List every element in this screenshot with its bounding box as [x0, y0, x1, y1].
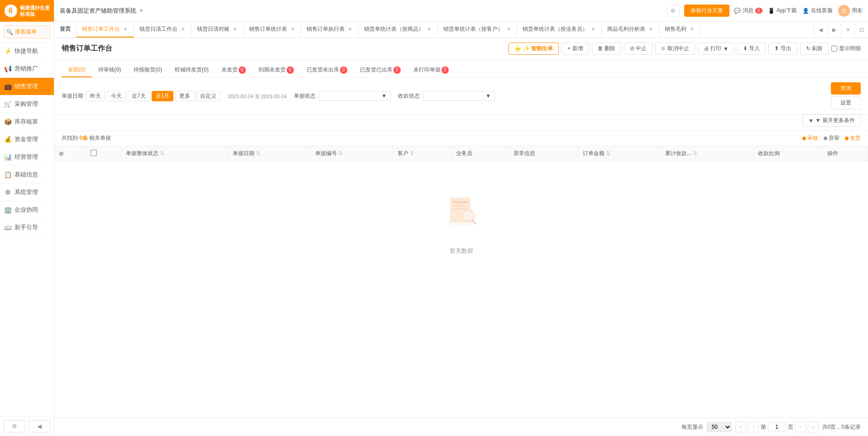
- sidebar-item-system[interactable]: ⚙系统管理: [0, 184, 54, 201]
- export-button[interactable]: ⬆ 导出: [768, 43, 797, 55]
- tab-sales-order[interactable]: 销售订单工作台✕: [77, 22, 134, 38]
- tab-sales-stat-staff[interactable]: 销货单统计表（按业务员）✕: [517, 22, 602, 38]
- first-page-button[interactable]: «: [735, 422, 746, 432]
- sidebar-item-purchase[interactable]: 🛒采购管理: [0, 95, 54, 113]
- message-button[interactable]: 💬 消息 6: [734, 7, 762, 14]
- solution-button[interactable]: 体验行业方案: [684, 5, 729, 17]
- prev-page-button[interactable]: ‹: [748, 422, 759, 432]
- sidebar-item-operations[interactable]: 📊经营管理: [0, 148, 54, 166]
- tab-close-all[interactable]: ✕: [841, 22, 854, 38]
- sidebar-item-guide[interactable]: 📖新手引导: [0, 219, 54, 237]
- setting-button[interactable]: 设置: [831, 96, 861, 109]
- star-icon: ⭐: [514, 46, 521, 52]
- th-operation: 操作: [822, 146, 868, 161]
- tab-product-margin[interactable]: 商品毛利分析表✕: [602, 22, 659, 38]
- date-btn-今天[interactable]: 今天: [107, 91, 126, 101]
- filter-tab-all[interactable]: 全部(0): [62, 63, 92, 77]
- tab-cash-check[interactable]: 钱货日清对账✕: [192, 22, 244, 38]
- sort-icon-amount: ⇅: [606, 150, 610, 156]
- status-select[interactable]: ▼: [318, 91, 391, 101]
- tab-scroll-right[interactable]: ▶: [827, 22, 841, 38]
- filter-tab-pending[interactable]: 待审核(0): [92, 63, 128, 77]
- empty-text: 暂无数据: [450, 247, 473, 255]
- tab-close-sales-more[interactable]: ✕: [689, 26, 695, 32]
- filter-tab-shipped-out[interactable]: 已发货已出库0: [354, 63, 407, 77]
- filter-tab-wangpu[interactable]: 旺铺待发货(0): [168, 63, 215, 77]
- filter-tab-expired-not-shipped[interactable]: 到期未发货0: [252, 63, 300, 77]
- tab-close-product-margin[interactable]: ✕: [648, 26, 653, 32]
- filter-tab-not-shipped[interactable]: 未发货0: [215, 63, 252, 77]
- sidebar-item-quick-nav[interactable]: ⚡快捷导航: [0, 43, 54, 60]
- settings-bottom-button[interactable]: ⚙: [4, 420, 25, 432]
- date-btn-更多[interactable]: 更多: [175, 91, 194, 101]
- tab-close-cash-daily[interactable]: ✕: [180, 26, 186, 32]
- stop-button[interactable]: ⊘ 中止: [624, 43, 652, 55]
- column-settings-icon[interactable]: ⚙: [59, 151, 64, 157]
- smart-order-button[interactable]: ⭐ ✨ 智能生单: [508, 43, 559, 55]
- filter-tab-label-pending: 待审核: [98, 66, 115, 73]
- payment-select[interactable]: ▼: [422, 91, 495, 101]
- last-page-button[interactable]: »: [808, 422, 819, 432]
- tab-sales-stat[interactable]: 销售订单统计表✕: [244, 22, 301, 38]
- date-btn-昨天[interactable]: 昨天: [86, 91, 105, 101]
- th-amount[interactable]: 订单金额⇅: [578, 146, 660, 161]
- collapse-button[interactable]: ◀: [29, 420, 51, 432]
- tab-close-sales-order[interactable]: ✕: [123, 26, 128, 32]
- tab-sales-more[interactable]: 销售毛利✕: [659, 22, 700, 38]
- th-date[interactable]: 单据日期⇅: [228, 146, 310, 161]
- sidebar-item-finance[interactable]: 💰资金管理: [0, 131, 54, 148]
- import-button[interactable]: ⬇ 导入: [737, 43, 766, 55]
- tab-sales-exec[interactable]: 销售订单执行表✕: [301, 22, 359, 38]
- tab-close-sales-exec[interactable]: ✕: [347, 26, 353, 32]
- add-button[interactable]: + 新增: [561, 43, 589, 55]
- sidebar-item-enterprise[interactable]: 🏢企业协同: [0, 201, 54, 219]
- show-detail-label[interactable]: 显示明细: [831, 45, 861, 52]
- tab-cash-daily[interactable]: 钱货日清工作台✕: [134, 22, 192, 38]
- refresh-button[interactable]: ↻ 刷新: [800, 43, 829, 55]
- tab-sales-stat-product[interactable]: 销货单统计表（按商品）✕: [359, 22, 438, 38]
- query-button[interactable]: 查询: [831, 82, 861, 95]
- sidebar-item-basic[interactable]: 📋基础信息: [0, 166, 54, 184]
- select-all-checkbox[interactable]: [91, 150, 97, 156]
- page-size-select[interactable]: 10 20 50 100: [707, 422, 732, 432]
- tab-scroll-left[interactable]: ◀: [814, 22, 827, 38]
- topbar-settings-button[interactable]: ⚙: [667, 5, 680, 17]
- page-input[interactable]: [768, 422, 786, 431]
- tab-home[interactable]: 首页: [54, 22, 77, 38]
- tab-close-cash-check[interactable]: ✕: [232, 26, 238, 32]
- tab-maximize[interactable]: ⊡: [854, 22, 868, 38]
- date-btn-近7天[interactable]: 近7天: [128, 91, 150, 101]
- online-service-button[interactable]: 👤 在线客服: [802, 7, 833, 14]
- tab-close-sales-stat[interactable]: ✕: [290, 26, 295, 32]
- user-avatar[interactable]: 友 用友: [838, 5, 863, 17]
- delete-button[interactable]: 🗑 删除: [592, 43, 621, 55]
- expand-button[interactable]: ▼ ▼ 展开更多条件: [802, 114, 861, 127]
- th-customer[interactable]: 客户⇅: [393, 146, 451, 161]
- show-detail-checkbox[interactable]: [831, 46, 837, 52]
- th-collected[interactable]: 累计收款...⇅: [661, 146, 753, 161]
- filter-tab-shipped-not-out[interactable]: 已发货未出库0: [300, 63, 354, 77]
- th-status[interactable]: 单据整体状态⇅: [121, 146, 228, 161]
- sidebar-item-inventory[interactable]: 📦库存核算: [0, 113, 54, 131]
- cancel-stop-button[interactable]: ⊙ 取消中止: [655, 43, 695, 55]
- tab-sales-stat-customer[interactable]: 销货单统计表（按客户）✕: [438, 22, 517, 38]
- sidebar-item-sales[interactable]: 💼销售管理: [0, 78, 54, 95]
- sidebar-item-marketing[interactable]: 📢营销推广: [0, 60, 54, 78]
- filter-tab-not-printed[interactable]: 未打印单据0: [407, 63, 455, 77]
- cancel-action[interactable]: 弃审: [824, 134, 839, 142]
- app-download-button[interactable]: 📱 App下载: [768, 7, 797, 14]
- tab-close-sales-stat-staff[interactable]: ✕: [590, 26, 596, 32]
- next-page-button[interactable]: ›: [795, 422, 806, 432]
- date-btn-近1月[interactable]: 近1月: [152, 91, 174, 101]
- date-btn-自定义[interactable]: 自定义: [196, 91, 221, 101]
- th-checkbox[interactable]: [86, 146, 121, 161]
- filter-tab-pending-check[interactable]: 待拣验货(0): [127, 63, 168, 77]
- tab-close-sales-stat-product[interactable]: ✕: [427, 26, 432, 32]
- search-menu-button[interactable]: 🔍 搜索菜单: [4, 25, 50, 38]
- expand-row: ▼ ▼ 展开更多条件: [54, 114, 868, 131]
- ship-action[interactable]: 发货: [845, 134, 861, 142]
- tab-close-sales-stat-customer[interactable]: ✕: [506, 26, 511, 32]
- th-number[interactable]: 单据编号⇅: [310, 146, 393, 161]
- approve-action[interactable]: 审核: [802, 134, 818, 142]
- print-button[interactable]: 🖨 打印 ▼: [698, 43, 734, 55]
